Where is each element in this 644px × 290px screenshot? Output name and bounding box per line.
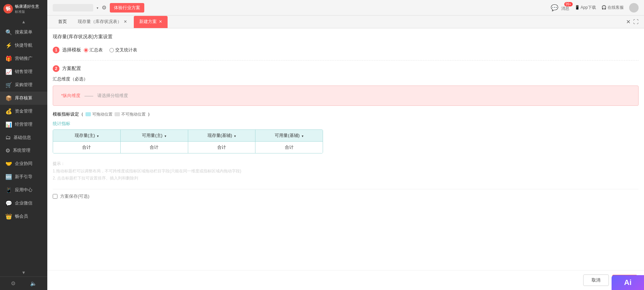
stats-data-row: 合计 合计 合计 合计 — [53, 141, 323, 153]
sidebar-item-basic-info[interactable]: 🗂 基础信息 — [0, 131, 47, 144]
sidebar-item-purchase[interactable]: 🛒 采购管理 — [0, 78, 47, 92]
sidebar-item-operations[interactable]: 📊 经营管理 — [0, 118, 47, 131]
sidebar-scroll-up[interactable]: ▲ — [0, 18, 47, 26]
stats-title: 统计指标 — [53, 121, 639, 127]
volume-icon[interactable]: 🔈 — [30, 280, 37, 287]
sidebar-item-member[interactable]: 👑 畅会员 — [0, 210, 47, 223]
step1-section: 1 选择模板 汇总表 交叉统计表 — [53, 47, 639, 53]
inventory-status-tab-close[interactable]: ✕ — [124, 19, 127, 24]
new-plan-tab-label: 新建方案 — [139, 19, 157, 25]
online-service-link[interactable]: 🎧 在线客服 — [601, 5, 624, 10]
stats-data-cell-1: 合计 — [53, 142, 121, 153]
app-download-link[interactable]: 📱 App下载 — [575, 5, 596, 10]
sidebar-item-marketing[interactable]: 🎁 营销推广 — [0, 52, 47, 65]
save-checkbox[interactable] — [53, 194, 57, 199]
tip-item-1: 1.拖动标题栏可以调整布局，不可跨维度或指标区域拖动栏目字段(只能在同一维度或指… — [53, 168, 639, 175]
stats-header-cell-1[interactable]: 现存量(主) — [53, 130, 121, 141]
cross-radio-text: 交叉统计表 — [115, 47, 137, 53]
marketing-icon: 🎁 — [5, 55, 12, 62]
sidebar-item-label: 库存核算 — [15, 95, 32, 101]
message-area[interactable]: 💬 99+ 消息 — [551, 4, 569, 11]
dimension-placeholder[interactable]: 请选择分组维度 — [97, 93, 128, 99]
new-guide-icon: 🆕 — [5, 174, 12, 180]
col4-dropdown-icon[interactable] — [302, 133, 303, 138]
sidebar-item-inventory[interactable]: 📦 库存核算 — [0, 92, 47, 105]
sidebar-item-app-center[interactable]: 📱 应用中心 — [0, 184, 47, 197]
col2-dropdown-icon[interactable] — [165, 133, 166, 138]
panel-close-btn[interactable]: ✕ — [626, 19, 630, 25]
cross-radio[interactable] — [109, 48, 114, 52]
new-plan-tab-close[interactable]: ✕ — [159, 19, 162, 24]
tab-inventory-status[interactable]: 现存量（库存状况表） ✕ — [72, 16, 132, 28]
col3-label: 现存量(基辅) — [207, 132, 232, 139]
settings-icon[interactable]: ⚙ — [11, 280, 16, 287]
quick-nav-icon: ⚡ — [5, 42, 12, 49]
topbar-right: 💬 99+ 消息 📱 App下载 🎧 在线客服 — [551, 3, 639, 13]
cancel-button[interactable]: 取消 — [583, 274, 609, 286]
main-area: ⚙ 体验行业方案 💬 99+ 消息 📱 App下载 🎧 在线客服 首页 现存量（… — [47, 0, 644, 290]
save-label: 方案保存(可选) — [60, 193, 90, 199]
sidebar-item-label: 快捷导航 — [15, 42, 32, 48]
topbar: ⚙ 体验行业方案 💬 99+ 消息 📱 App下载 🎧 在线客服 — [47, 0, 644, 16]
stats-header-cell-3[interactable]: 现存量(基辅) — [188, 130, 256, 141]
stats-header-row: 现存量(主) 可用量(主) 现存量(基辅) 可用量(基辅) — [53, 130, 323, 141]
non-draggable-legend: 不可拖动位置 — [115, 112, 146, 117]
panel-expand-btn[interactable]: ⛶ — [633, 19, 639, 25]
logo-icon: 畅 — [3, 4, 13, 14]
ai-badge[interactable]: Ai — [612, 275, 644, 290]
sidebar-footer: ⚙ 🔈 — [0, 276, 47, 290]
sidebar-nav: 🔍 搜索菜单 ⚡ 快捷导航 🎁 营销推广 📈 销售管理 🛒 采购管理 📦 库存核… — [0, 26, 47, 269]
sidebar-item-new-guide[interactable]: 🆕 新手引导 — [0, 170, 47, 184]
stats-data-cell-4: 合计 — [255, 142, 323, 153]
sidebar-item-label: 应用中心 — [15, 187, 32, 193]
summary-radio-label[interactable]: 汇总表 — [84, 47, 103, 53]
sidebar-item-label: 经营管理 — [15, 121, 32, 127]
sidebar-item-finance[interactable]: 💰 资金管理 — [0, 105, 47, 118]
experience-btn[interactable]: 体验行业方案 — [110, 3, 144, 13]
app-name: 畅康通好生意 — [15, 4, 39, 9]
sidebar-item-wechat[interactable]: 💬 企业微信 — [0, 197, 47, 210]
sidebar-item-label: 企业协同 — [15, 161, 32, 167]
summary-radio[interactable] — [84, 48, 88, 52]
sidebar-item-search[interactable]: 🔍 搜索菜单 — [0, 26, 47, 39]
sidebar-item-label: 资金管理 — [15, 108, 32, 114]
tips-title: 提示： — [53, 161, 65, 166]
page-title: 现存量(库存状况表)方案设置 — [53, 34, 639, 40]
stats-header-cell-4[interactable]: 可用量(基辅) — [255, 130, 323, 141]
topbar-search-input[interactable] — [53, 4, 93, 11]
footer-bar: 取消 查询 — [47, 270, 644, 290]
topbar-gear-icon[interactable]: ⚙ — [102, 4, 106, 11]
dimension-required-field: *纵向维度 — [61, 93, 80, 99]
stats-header-cell-2[interactable]: 可用量(主) — [121, 130, 188, 141]
col1-label: 现存量(主) — [75, 132, 95, 139]
tab-new-plan[interactable]: 新建方案 ✕ — [134, 16, 168, 28]
basic-info-icon: 🗂 — [5, 135, 11, 141]
message-badge: 99+ — [564, 2, 573, 6]
tabs-bar: 首页 现存量（库存状况表） ✕ 新建方案 ✕ ✕ ⛶ — [47, 16, 644, 28]
cross-radio-label[interactable]: 交叉统计表 — [109, 47, 137, 53]
sidebar: 畅 畅康通好生意 标准版 ▲ 🔍 搜索菜单 ⚡ 快捷导航 🎁 营销推广 📈 销售… — [0, 0, 47, 290]
system-icon: ⚙ — [5, 147, 10, 154]
sidebar-item-enterprise[interactable]: 🤝 企业协同 — [0, 157, 47, 170]
dimension-label: 汇总维度（必选） — [53, 76, 639, 82]
dimension-box: *纵向维度 —— 请选择分组维度 — [53, 86, 639, 106]
dimension-row: *纵向维度 —— 请选择分组维度 — [61, 93, 630, 99]
col3-dropdown-icon[interactable] — [234, 133, 236, 138]
step2-header: 2 方案配置 — [53, 65, 639, 72]
col1-dropdown-icon[interactable] — [97, 133, 99, 138]
sidebar-item-quick-nav[interactable]: ⚡ 快捷导航 — [0, 39, 47, 52]
tab-home[interactable]: 首页 — [53, 16, 72, 28]
dimension-dash: —— — [84, 93, 93, 98]
sidebar-scroll-down[interactable]: ▼ — [0, 269, 47, 276]
stats-table: 现存量(主) 可用量(主) 现存量(基辅) 可用量(基辅) — [53, 129, 323, 153]
step2-label: 方案配置 — [62, 66, 81, 72]
sidebar-item-label: 搜索菜单 — [15, 29, 32, 35]
home-tab-label: 首页 — [58, 19, 67, 25]
user-avatar[interactable] — [629, 3, 639, 13]
sidebar-item-system[interactable]: ⚙ 系统管理 — [0, 144, 47, 157]
topbar-dropdown[interactable] — [97, 5, 98, 10]
step2-section: 2 方案配置 汇总维度（必选） *纵向维度 —— 请选择分组维度 模板指标设定（ — [53, 65, 639, 182]
sidebar-item-sales[interactable]: 📈 销售管理 — [0, 65, 47, 78]
app-version: 标准版 — [15, 9, 39, 14]
col4-label: 可用量(基辅) — [275, 132, 300, 139]
